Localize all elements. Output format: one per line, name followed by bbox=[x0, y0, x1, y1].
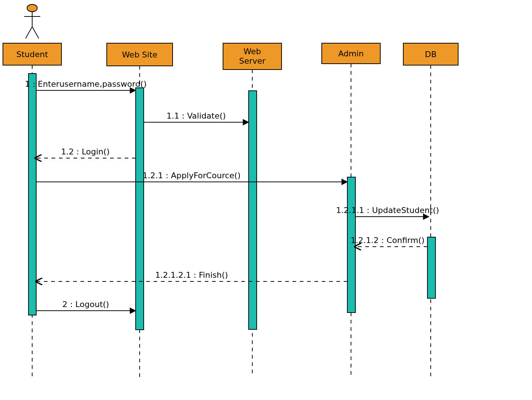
svg-line-3 bbox=[32, 27, 39, 38]
message-label: 1.2.1.2.1 : Finish() bbox=[155, 270, 228, 280]
message-m1_2_1_2_1: 1.2.1.2.1 : Finish() bbox=[36, 270, 347, 281]
lifeline-label: DB bbox=[425, 50, 437, 59]
message-m2: 2 : Logout() bbox=[36, 300, 136, 311]
message-label: 1.2.1.1 : UpdateStudent() bbox=[336, 206, 439, 215]
message-m1_2_1: 1.2.1 : ApplyForCource() bbox=[36, 171, 347, 182]
message-m1: 1 : Enterusername,password() bbox=[25, 79, 147, 90]
lifeline-label: Web bbox=[244, 47, 261, 56]
message-label: 1.2.1 : ApplyForCource() bbox=[143, 171, 241, 180]
message-m1_2: 1.2 : Login() bbox=[35, 147, 136, 158]
message-label: 1 : Enterusername,password() bbox=[25, 79, 147, 89]
message-m1_2_1_2: 1.2.1.2 : Confirm() bbox=[351, 236, 427, 247]
activation-admin bbox=[347, 177, 355, 313]
activation-student bbox=[29, 74, 36, 315]
lifeline-label: Web Site bbox=[122, 50, 157, 59]
activation-webserver bbox=[249, 91, 257, 329]
message-m1_1: 1.1 : Validate() bbox=[144, 111, 249, 122]
message-label: 2 : Logout() bbox=[63, 300, 109, 309]
message-label: 1.2.1.2 : Confirm() bbox=[351, 236, 425, 245]
lifeline-label: Student bbox=[16, 50, 48, 59]
actor-icon bbox=[24, 4, 40, 38]
lifeline-label: Server bbox=[239, 56, 266, 66]
activation-website bbox=[136, 88, 144, 330]
lifeline-label: Admin bbox=[338, 49, 364, 58]
message-label: 1.1 : Validate() bbox=[166, 111, 226, 120]
sequence-diagram: StudentWeb SiteWebServerAdminDB1 : Enter… bbox=[0, 0, 532, 400]
message-label: 1.2 : Login() bbox=[61, 147, 110, 156]
activation-db bbox=[427, 237, 435, 298]
svg-line-2 bbox=[26, 27, 32, 38]
actor-head-icon bbox=[27, 4, 37, 12]
